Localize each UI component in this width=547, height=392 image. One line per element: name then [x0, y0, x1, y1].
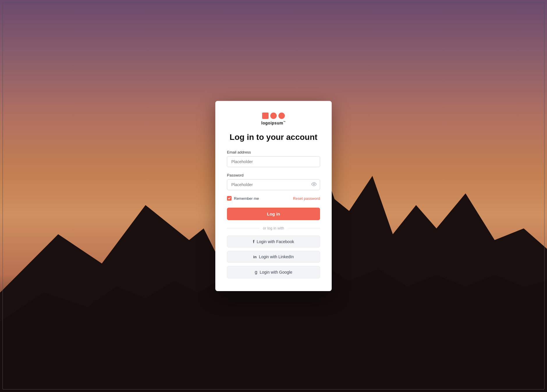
remember-me-checkbox[interactable]	[227, 196, 232, 201]
reset-password-link[interactable]: Reset password	[293, 196, 320, 201]
facebook-icon: f	[253, 239, 254, 244]
divider-line-left	[227, 228, 260, 228]
divider-line-right	[288, 228, 320, 228]
login-button[interactable]: Log in	[227, 208, 320, 220]
logo-circle-2	[278, 113, 285, 119]
password-group: Password	[227, 173, 320, 190]
password-label: Password	[227, 173, 320, 177]
eye-icon[interactable]	[311, 182, 317, 188]
google-login-label: Login with Google	[260, 270, 292, 275]
options-row: Remember me Reset password	[227, 196, 320, 201]
remember-me-text: Remember me	[234, 196, 259, 201]
email-label: Email address	[227, 150, 320, 154]
remember-me-label[interactable]: Remember me	[227, 196, 259, 201]
logo-area: logoipsum™	[227, 113, 320, 125]
logo-shapes	[262, 113, 285, 119]
svg-point-0	[313, 184, 315, 185]
facebook-login-label: Login with Facebook	[257, 239, 294, 244]
linkedin-login-button[interactable]: in Login with LinkedIn	[227, 251, 320, 263]
divider: or log in with	[227, 226, 320, 230]
google-login-button[interactable]: g Login with Google	[227, 266, 320, 278]
login-card: logoipsum™ Log in to your account Email …	[215, 101, 332, 291]
logo-circle-1	[270, 113, 277, 119]
email-group: Email address	[227, 150, 320, 167]
facebook-login-button[interactable]: f Login with Facebook	[227, 236, 320, 247]
google-icon: g	[255, 270, 257, 275]
divider-text: or log in with	[263, 226, 284, 230]
email-input[interactable]	[227, 156, 320, 167]
logo-square	[262, 113, 269, 119]
password-wrapper	[227, 179, 320, 190]
page-title: Log in to your account	[227, 132, 320, 142]
linkedin-login-label: Login with LinkedIn	[259, 254, 294, 259]
password-input[interactable]	[227, 179, 320, 190]
linkedin-icon: in	[253, 255, 257, 259]
logo-text: logoipsum™	[261, 121, 286, 125]
